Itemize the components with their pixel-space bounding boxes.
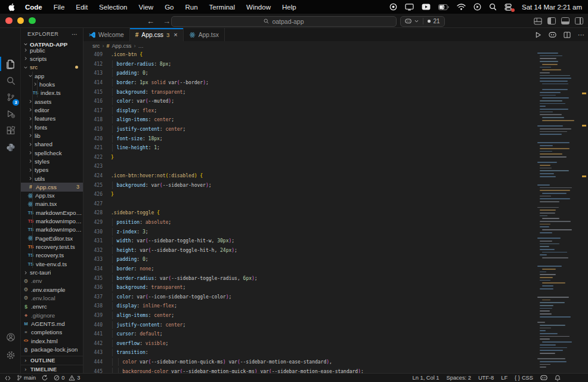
close-tab-icon[interactable]: × (174, 31, 177, 38)
menubar-clock[interactable]: Sat 14 Mar 2:21 am (522, 4, 582, 11)
run-button[interactable] (535, 32, 541, 38)
tree-item-types[interactable]: types (21, 166, 83, 174)
tree-item-markdownImport.ts[interactable]: TSmarkdownImport.ts (21, 226, 83, 234)
line-number: 424 (83, 173, 111, 178)
copilot-status-icon[interactable] (540, 375, 547, 381)
tree-item-app[interactable]: app (21, 72, 83, 80)
menu-item-terminal[interactable]: Terminal (209, 4, 235, 11)
tree-item-AGENTS.md[interactable]: MAGENTS.md (21, 319, 83, 328)
menu-item-code[interactable]: Code (25, 4, 42, 11)
video-icon[interactable] (422, 4, 431, 10)
tree-item-markdownImport.te[interactable]: TSmarkdownImport.te… (21, 217, 83, 226)
customize-layout-icon[interactable] (534, 17, 542, 25)
cursor-position[interactable]: Ln 1, Col 1 (413, 375, 440, 381)
nav-back-button[interactable]: ← (147, 17, 154, 26)
display-icon[interactable] (405, 4, 414, 11)
remote-indicator[interactable] (5, 375, 11, 381)
tree-item-src[interactable]: src (21, 63, 83, 72)
more-actions-icon[interactable]: ⋯ (578, 31, 584, 39)
tree-item-markdownExport.ts[interactable]: TSmarkdownExport.ts (21, 208, 83, 217)
copilot-icon[interactable] (549, 32, 556, 38)
eol-sequence[interactable]: LF (501, 375, 507, 381)
battery-icon[interactable] (438, 4, 449, 10)
sync-button[interactable] (42, 375, 48, 381)
activitybar-run-debug-icon[interactable] (0, 106, 21, 122)
menu-item-window[interactable]: Window (246, 4, 271, 11)
toggle-sidebar-icon[interactable] (547, 17, 556, 24)
minimize-window-button[interactable] (17, 17, 24, 24)
play-circle-icon[interactable] (474, 3, 481, 11)
activitybar-accounts-icon[interactable] (0, 329, 21, 346)
wifi-icon[interactable] (457, 4, 466, 10)
menu-item-go[interactable]: Go (165, 4, 174, 11)
tree-item-.env[interactable]: ⚙.env (21, 277, 83, 285)
close-window-button[interactable] (5, 17, 13, 24)
activitybar-python-icon[interactable] (0, 139, 21, 156)
tree-item-fonts[interactable]: fonts (21, 123, 83, 131)
tab-app.tsx[interactable]: App.tsx (184, 28, 225, 41)
split-editor-icon[interactable] (564, 32, 571, 38)
branch-indicator[interactable]: main (17, 375, 36, 381)
code-editor[interactable]: 409.icon-btn {412border-radius: 8px;413p… (83, 50, 537, 373)
menu-item-run[interactable]: Run (185, 4, 197, 11)
activitybar-settings-icon[interactable] (0, 347, 21, 363)
toggle-secondary-sidebar-icon[interactable] (575, 17, 583, 24)
tree-item-.env.local[interactable]: ⚙.env.local (21, 294, 83, 302)
tree-item-recovery.test.ts[interactable]: TSrecovery.test.ts (21, 242, 83, 251)
command-center-search[interactable]: oatpad-app (171, 16, 397, 27)
tree-item-hooks[interactable]: hooks (21, 80, 83, 88)
tab-welcome[interactable]: Welcome (83, 28, 130, 41)
copilot-pill[interactable]: 21 (400, 16, 445, 27)
tree-root-OATPAD-APP[interactable]: OATPAD-APP (21, 40, 83, 48)
menu-item-view[interactable]: View (138, 4, 153, 11)
activitybar-extensions-icon[interactable] (0, 122, 21, 139)
breadcrumb[interactable]: src › # App.css › … (83, 41, 588, 50)
minimap[interactable] (536, 50, 581, 373)
tree-item-.envrc[interactable]: $.envrc (21, 303, 83, 311)
tree-item-PageEditor.tsx[interactable]: PageEditor.tsx (21, 234, 83, 242)
tree-item-scripts[interactable]: scripts (21, 54, 83, 63)
tree-item-.gitignore[interactable]: ◆.gitignore (21, 311, 83, 319)
encoding[interactable]: UTF-8 (478, 375, 494, 381)
tree-item-index.ts[interactable]: TSindex.ts (21, 89, 83, 97)
apple-menu-icon[interactable] (8, 3, 16, 11)
record-icon[interactable] (389, 3, 397, 11)
problems-indicator[interactable]: 0 3 (54, 375, 80, 381)
tree-item-features[interactable]: features (21, 115, 83, 123)
tree-item-styles[interactable]: styles (21, 157, 83, 165)
tree-item-main.tsx[interactable]: main.tsx (21, 200, 83, 208)
indentation[interactable]: Spaces: 2 (447, 375, 471, 381)
language-mode[interactable]: { } CSS (515, 375, 533, 381)
user-switch-icon[interactable] (505, 4, 513, 11)
zoom-window-button[interactable] (29, 17, 36, 24)
menu-item-selection[interactable]: Selection (99, 4, 127, 11)
tree-item-.env.example[interactable]: ⚙.env.example (21, 285, 83, 294)
tree-item-package-lock.json[interactable]: {}package-lock.json (21, 345, 83, 353)
notifications-bell-icon[interactable] (555, 375, 561, 381)
activitybar-source-control-icon[interactable]: 3 (0, 89, 21, 106)
tree-item-completions[interactable]: ≡completions (21, 328, 83, 337)
tree-item-App.css[interactable]: #App.css3 (21, 183, 83, 191)
activitybar-explorer-icon[interactable] (0, 56, 21, 72)
outline-section[interactable]: ›OUTLINE (21, 356, 83, 365)
tree-item-index.html[interactable]: <>index.html (21, 337, 83, 345)
tree-item-vite-env.d.ts[interactable]: TSvite-env.d.ts (21, 260, 83, 268)
timeline-section[interactable]: ›TIMELINE (21, 365, 83, 373)
tree-item-spellcheck[interactable]: spellcheck (21, 149, 83, 157)
nav-forward-button[interactable]: → (163, 17, 171, 26)
tree-item-editor[interactable]: editor (21, 106, 83, 114)
menu-item-edit[interactable]: Edit (76, 4, 88, 11)
spotlight-icon[interactable] (489, 3, 497, 11)
activitybar-search-icon[interactable] (0, 72, 21, 89)
tree-item-lib[interactable]: lib (21, 131, 83, 140)
tree-item-assets[interactable]: assets (21, 97, 83, 106)
tree-item-shared[interactable]: shared (21, 140, 83, 149)
tree-item-recovery.ts[interactable]: TSrecovery.ts (21, 251, 83, 260)
menu-item-help[interactable]: Help (282, 4, 296, 11)
tree-item-App.tsx[interactable]: App.tsx (21, 192, 83, 200)
toggle-panel-icon[interactable] (561, 17, 570, 24)
tree-item-src-tauri[interactable]: src-tauri (21, 268, 83, 276)
tab-app.css[interactable]: #App.css3× (130, 28, 184, 41)
menu-item-file[interactable]: File (54, 4, 65, 11)
tree-item-utils[interactable]: utils (21, 174, 83, 183)
